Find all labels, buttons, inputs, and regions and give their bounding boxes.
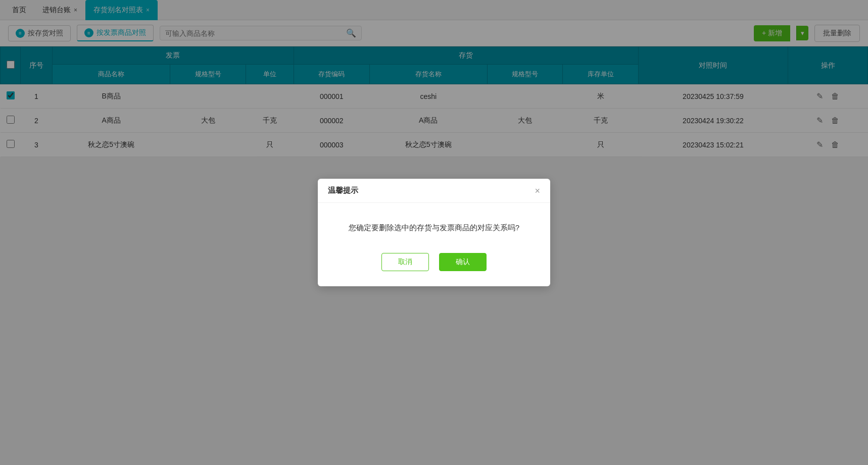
dialog-footer: 取消 确认 (318, 248, 550, 286)
dialog: 温馨提示 × 您确定要删除选中的存货与发票商品的对应关系吗? 取消 确认 (318, 179, 550, 286)
dialog-title: 温馨提示 (328, 186, 358, 195)
dialog-cancel-button[interactable]: 取消 (381, 253, 429, 271)
dialog-close-button[interactable]: × (535, 186, 540, 195)
dialog-body: 您确定要删除选中的存货与发票商品的对应关系吗? (318, 203, 550, 248)
dialog-message: 您确定要删除选中的存货与发票商品的对应关系吗? (349, 223, 519, 232)
dialog-header: 温馨提示 × (318, 179, 550, 203)
overlay: 温馨提示 × 您确定要删除选中的存货与发票商品的对应关系吗? 取消 确认 (0, 0, 868, 465)
dialog-confirm-button[interactable]: 确认 (439, 253, 487, 271)
